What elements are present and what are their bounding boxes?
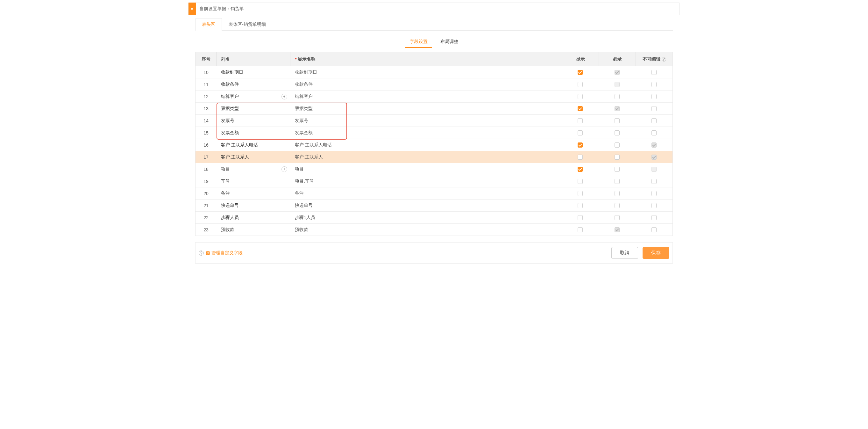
checkbox-show[interactable] [578,215,583,220]
checkbox-readonly[interactable] [651,191,657,196]
checkbox-required[interactable] [615,94,620,99]
checkbox-show[interactable] [578,94,583,99]
cell-readonly [636,66,673,78]
row-display[interactable]: 步骤1人员 [290,211,562,223]
row-display[interactable]: 客户.主联系人 [290,151,562,163]
cell-required [599,200,636,211]
row-display[interactable]: 发票号 [290,115,562,126]
checkbox-readonly[interactable] [651,70,657,75]
checkbox-show[interactable] [578,131,583,136]
row-display[interactable]: 备注 [290,188,562,199]
checkbox-required[interactable] [615,203,620,208]
cell-show [562,188,599,199]
cell-readonly [636,200,673,211]
table-row: 18项目+项目 [195,163,673,175]
row-seq: 21 [195,200,217,211]
checkbox-required[interactable] [615,179,620,184]
help-icon[interactable]: ? [662,57,666,61]
table-row: 16客户.主联系人电话客户.主联系人电话 [195,139,673,151]
checkbox-show[interactable] [578,118,583,123]
cell-show [562,211,599,223]
row-seq: 17 [195,151,217,163]
manage-custom-fields-link[interactable]: 管理自定义字段 [206,250,243,256]
checkbox-show[interactable] [578,167,583,172]
row-display[interactable]: 项目.车号 [290,175,562,187]
row-display[interactable]: 收款到期日 [290,66,562,78]
row-display[interactable]: 客户.主联系人电话 [290,139,562,151]
primary-tabs: 表头区表体区-销货单明细 [195,18,673,31]
row-seq: 20 [195,188,217,199]
cell-readonly [636,163,673,175]
checkbox-show[interactable] [578,106,583,111]
checkbox-show[interactable] [578,154,583,160]
checkbox-readonly[interactable] [651,106,657,111]
plus-icon[interactable]: + [281,166,287,172]
cell-required [599,103,636,114]
row-display[interactable]: 票据类型 [290,103,562,114]
cell-required [599,211,636,223]
checkbox-required[interactable] [615,142,620,148]
cancel-button[interactable]: 取消 [611,247,638,259]
cell-show [562,115,599,126]
footer-bar: ? 管理自定义字段 取消 保存 [195,242,673,264]
question-icon[interactable]: ? [199,251,204,256]
cell-readonly [636,139,673,151]
checkbox-show[interactable] [578,82,583,87]
cell-show [562,224,599,235]
row-display[interactable]: 结算客户 [290,90,562,102]
header-display: *显示名称 [290,52,562,66]
header-title: 当前设置单据：销货单 [196,6,244,12]
required-star-icon: * [295,57,297,62]
tab-secondary-1[interactable]: 布局调整 [436,36,463,48]
checkbox-readonly [651,167,657,172]
checkbox-show[interactable] [578,70,583,75]
checkbox-required[interactable] [615,154,620,160]
checkbox-required[interactable] [615,191,620,196]
row-display[interactable]: 收款条件 [290,78,562,90]
cell-readonly [636,211,673,223]
cell-readonly [636,224,673,235]
tab-secondary-0[interactable]: 字段设置 [405,36,432,48]
header-name: 列名 [217,52,290,66]
collapse-toggle[interactable] [188,3,196,15]
tab-primary-0[interactable]: 表头区 [195,18,222,31]
checkbox-readonly[interactable] [651,215,657,220]
checkbox-readonly[interactable] [651,118,657,123]
row-seq: 12 [195,90,217,102]
row-display[interactable]: 项目 [290,163,562,175]
checkbox-required[interactable] [615,167,620,172]
save-button[interactable]: 保存 [643,247,669,259]
checkbox-show[interactable] [578,191,583,196]
checkbox-show[interactable] [578,142,583,148]
checkbox-readonly[interactable] [651,179,657,184]
row-display[interactable]: 预收款 [290,224,562,235]
cell-required [599,188,636,199]
table-row: 14发票号发票号 [195,115,673,127]
header-readonly: 不可编辑? [636,52,673,66]
row-seq: 18 [195,163,217,175]
plus-icon[interactable]: + [281,94,287,99]
checkbox-readonly[interactable] [651,82,657,87]
checkbox-readonly[interactable] [651,131,657,136]
cell-readonly [636,115,673,126]
tab-primary-1[interactable]: 表体区-销货单明细 [222,18,273,31]
checkbox-readonly[interactable] [651,227,657,232]
checkbox-readonly[interactable] [651,203,657,208]
checkbox-required[interactable] [615,215,620,220]
checkbox-required[interactable] [615,118,620,123]
checkbox-required [615,227,620,232]
checkbox-readonly[interactable] [651,94,657,99]
table-row: 17客户.主联系人客户.主联系人 [195,151,673,163]
checkbox-show[interactable] [578,203,583,208]
footer-right: 取消 保存 [608,247,669,259]
checkbox-show[interactable] [578,227,583,232]
header-show: 显示 [562,52,599,66]
checkbox-show[interactable] [578,179,583,184]
gear-icon [206,251,210,255]
checkbox-required[interactable] [615,131,620,136]
row-display[interactable]: 发票金额 [290,127,562,139]
row-display[interactable]: 快递单号 [290,200,562,211]
checkbox-readonly [651,154,657,160]
cell-show [562,163,599,175]
header-seq: 序号 [195,52,217,66]
